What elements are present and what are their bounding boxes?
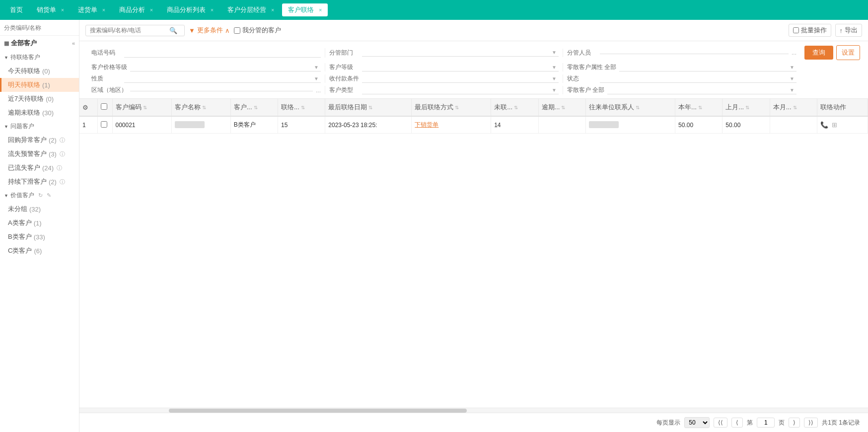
nav-sales[interactable]: 销货单 × — [31, 3, 70, 16]
nav-customer-contact-close[interactable]: × — [319, 7, 322, 13]
price-grade-dropdown[interactable]: ▼ — [130, 64, 321, 72]
search-input[interactable] — [90, 27, 169, 34]
action-phone-icon[interactable]: 📞 — [820, 121, 828, 129]
first-page-button[interactable]: ⟨⟨ — [714, 418, 727, 428]
customer-type-arrow: ▼ — [552, 87, 557, 93]
retail-attr-dropdown[interactable]: ▼ — [619, 64, 796, 72]
manager-dots[interactable]: ... — [792, 49, 796, 56]
nav-analysis[interactable]: 商品分析 × — [113, 3, 159, 16]
filter-panel: 电话号码 分管部门 ▼ 分管人员 ... 查询 设置 — [79, 41, 868, 99]
customer-grade-arrow: ▼ — [552, 65, 557, 70]
nav-purchase[interactable]: 进货单 × — [72, 3, 111, 16]
more-conditions-button[interactable]: ▼ 更多条件 ∧ — [189, 26, 230, 35]
price-grade-label: 客户价格等级 — [91, 63, 127, 72]
export-button[interactable]: ↑ 导出 — [835, 24, 863, 37]
chevron-icon: ∧ — [225, 27, 230, 34]
filter-cell-customer-grade: 客户等级 ▼ — [325, 63, 563, 72]
sidebar-search-wrap: 🔍 — [0, 20, 79, 36]
nature-dropdown[interactable]: ▼ — [124, 75, 321, 83]
company-contact-blurred — [589, 121, 619, 128]
settings-gear-icon[interactable]: ⚙ — [82, 104, 88, 111]
search-button-icon[interactable]: 🔍 — [169, 27, 177, 34]
nav-analysis-list[interactable]: 商品分析列表 × — [161, 3, 219, 16]
sidebar-item-declining[interactable]: 持续下滑客户(2) ⓘ — [0, 175, 79, 189]
sidebar-item-week[interactable]: 近7天待联络(0) — [0, 92, 79, 106]
customer-type-label: 客户类型 — [329, 86, 359, 94]
sidebar-item-class-b[interactable]: B类客户(33) — [0, 230, 79, 244]
my-customers-checkbox[interactable]: 我分管的客户 — [234, 26, 281, 35]
select-all-checkbox[interactable] — [101, 103, 107, 110]
next-page-button[interactable]: ⟩ — [789, 418, 800, 428]
region-input — [130, 89, 313, 91]
th-name: 客户名称⇅ — [171, 99, 230, 116]
retail-label: 零散客户 全部 — [567, 86, 604, 94]
batch-ops-button[interactable]: 批量操作 — [789, 24, 831, 37]
region-dots[interactable]: ... — [316, 87, 321, 94]
filter-cell-manager: 分管人员 ... — [563, 49, 800, 57]
nav-customer-tier[interactable]: 客户分层经营 × — [221, 3, 280, 16]
customer-type-dropdown[interactable]: ▼ — [362, 86, 559, 94]
refresh-icon[interactable]: ↻ — [38, 192, 43, 199]
sidebar-search-input[interactable] — [4, 24, 78, 31]
sidebar-item-today[interactable]: 今天待联络(0) — [0, 64, 79, 78]
filter-cell-region: 区域（地区） ... — [87, 86, 325, 94]
last-page-button[interactable]: ⟩⟩ — [804, 418, 818, 428]
th-company-contact: 往来单位联系人⇅ — [585, 99, 675, 116]
sidebar-item-class-c[interactable]: C类客户(6) — [0, 244, 79, 258]
filter-cell-price-grade: 客户价格等级 ▼ — [87, 63, 325, 72]
scrollbar-thumb[interactable] — [169, 409, 467, 413]
sidebar-item-tomorrow[interactable]: 明天待联络(1) — [0, 78, 79, 92]
th-contact: 联络...⇅ — [278, 99, 325, 116]
phone-input[interactable] — [124, 48, 321, 58]
cell-this-year: 50.00 — [675, 116, 723, 134]
settings-button[interactable]: 设置 — [836, 45, 860, 60]
customer-grade-dropdown[interactable]: ▼ — [362, 64, 559, 72]
export-icon: ↑ — [840, 27, 843, 34]
nav-analysis-list-close[interactable]: × — [211, 7, 214, 13]
sidebar-group-pending[interactable]: 待联络客户 — [0, 51, 79, 64]
nature-label: 性质 — [91, 74, 121, 83]
overdue-sort-icon: ⇅ — [561, 105, 565, 110]
row-checkbox[interactable] — [101, 121, 107, 128]
sidebar-item-repurchase[interactable]: 回购异常客户(2) ⓘ — [0, 133, 79, 147]
my-customers-check[interactable] — [234, 27, 240, 34]
customer-table: ⚙ 客户编码⇅ 客户名称⇅ 客户...⇅ — [79, 99, 868, 134]
nav-analysis-close[interactable]: × — [150, 7, 153, 13]
prev-page-button[interactable]: ⟨ — [731, 418, 743, 428]
filter-cell-customer-type: 客户类型 ▼ — [325, 86, 563, 94]
sidebar-all-customers[interactable]: ▦ 全部客户 « — [0, 36, 79, 51]
dept-label: 分管部门 — [329, 49, 359, 57]
sidebar-item-class-a[interactable]: A类客户(1) — [0, 216, 79, 230]
status-dropdown[interactable]: ▼ — [600, 75, 796, 83]
payment-dropdown[interactable]: ▼ — [362, 75, 559, 83]
companycontact-sort-icon: ⇅ — [636, 105, 640, 110]
dept-arrow: ▼ — [552, 50, 557, 55]
nav-home[interactable]: 首页 — [4, 3, 29, 16]
sidebar-item-overdue[interactable]: 逾期未联络(30) — [0, 106, 79, 120]
sidebar-group-value[interactable]: 价值客户 ↻ ✎ — [0, 189, 79, 202]
th-code: 客户编码⇅ — [112, 99, 171, 116]
nav-sales-close[interactable]: × — [61, 7, 64, 13]
info-icon4: ⓘ — [60, 178, 65, 186]
content-area: 🔍 ▼ 更多条件 ∧ 我分管的客户 批量操作 ↑ 导出 — [79, 20, 868, 432]
th-type: 客户...⇅ — [230, 99, 278, 116]
query-button[interactable]: 查询 — [804, 46, 833, 60]
per-page-select[interactable]: 50 100 200 — [684, 417, 710, 428]
nav-purchase-close[interactable]: × — [102, 7, 105, 13]
sidebar-item-ungrouped[interactable]: 未分组(32) — [0, 202, 79, 216]
nav-customer-contact[interactable]: 客户联络 × — [282, 3, 328, 16]
sidebar-item-loss-warning[interactable]: 流失预警客户(3) ⓘ — [0, 147, 79, 161]
dept-dropdown[interactable]: ▼ — [362, 49, 559, 57]
cell-company-contact — [585, 116, 675, 134]
horizontal-scrollbar[interactable] — [79, 408, 868, 413]
batch-checkbox[interactable] — [793, 27, 799, 33]
cell-last-contact-method[interactable]: 下销货单 — [412, 116, 491, 134]
nav-customer-tier-close[interactable]: × — [271, 7, 274, 13]
page-input[interactable] — [757, 418, 775, 428]
sidebar-group-problem[interactable]: 问题客户 — [0, 120, 79, 133]
retail-dropdown[interactable]: ▼ — [607, 86, 796, 94]
edit-icon[interactable]: ✎ — [47, 192, 51, 199]
action-qr-icon[interactable]: ⊞ — [832, 121, 837, 129]
code-sort-icon: ⇅ — [143, 105, 147, 110]
sidebar-item-lost[interactable]: 已流失客户(24) ⓘ — [0, 161, 79, 175]
